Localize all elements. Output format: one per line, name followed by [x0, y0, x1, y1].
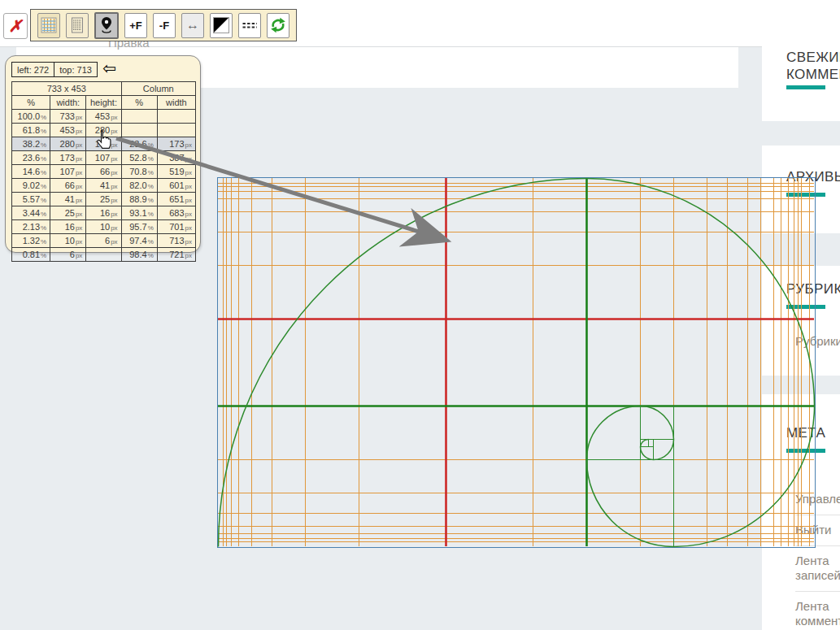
widget-categories: РУБРИКИ Рубрики	[762, 266, 840, 376]
col-header-width: width:	[50, 96, 86, 110]
locate-button[interactable]	[94, 12, 119, 39]
measure-cell[interactable]	[157, 124, 195, 137]
measure-cell[interactable]	[86, 248, 121, 262]
accent-bar	[786, 85, 825, 89]
measure-cell[interactable]: 66px	[86, 165, 121, 179]
measure-cell[interactable]: 66px	[50, 179, 86, 193]
contrast-triangle-icon	[213, 17, 229, 33]
measure-cell[interactable]: 9.02%	[12, 179, 50, 193]
measure-cell[interactable]: 683px	[157, 206, 195, 220]
col-header-pct: %	[12, 96, 50, 110]
measure-cell[interactable]: 1.32%	[12, 234, 50, 248]
widget-title: АРХИВЫ	[786, 168, 840, 185]
measure-cell[interactable]: 280px	[86, 124, 121, 137]
sidebar-link[interactable]: Управление	[795, 492, 840, 506]
sidebar-link[interactable]: Выйти	[795, 523, 831, 537]
measure-row[interactable]: 14.6%107px66px70.8%519px	[12, 165, 196, 179]
sidebar-link[interactable]: Рубрики	[795, 334, 840, 348]
measure-cell[interactable]: 93.1%	[121, 206, 157, 220]
measure-cell[interactable]: 38.2%	[12, 137, 50, 151]
measure-cell[interactable]: 713px	[157, 234, 195, 248]
back-arrow-icon[interactable]: ⇦	[102, 59, 116, 78]
measure-cell[interactable]: 280px	[50, 137, 86, 151]
measure-cell[interactable]: 3.44%	[12, 206, 50, 220]
table-icon	[69, 17, 85, 33]
measure-cell[interactable]: 6px	[86, 234, 121, 248]
font-increase-button[interactable]: +F	[124, 13, 147, 38]
grid-toggle-button[interactable]	[37, 13, 60, 38]
measure-cell[interactable]: 100.0%	[12, 110, 50, 124]
measure-row[interactable]: 38.2%280px173px23.6%173px	[12, 137, 196, 151]
measure-cell[interactable]: 61.8%	[12, 124, 50, 137]
measure-cell[interactable]: 23.6%	[121, 137, 157, 151]
measure-cell[interactable]: 41px	[86, 179, 121, 193]
sidebar-link[interactable]: Лента комментариев	[795, 599, 840, 628]
measure-cell[interactable]: 107px	[86, 151, 121, 165]
measure-cell[interactable]: 88.9%	[121, 193, 157, 206]
measure-row[interactable]: 0.81%6px98.4%721px	[12, 248, 196, 262]
measure-cell[interactable]: 453px	[86, 110, 121, 124]
measure-cell[interactable]: 16px	[86, 206, 121, 220]
measure-row[interactable]: 2.13%16px10px95.7%701px	[12, 220, 196, 234]
measure-cell[interactable]: 601px	[157, 179, 195, 193]
measure-cell[interactable]: 107px	[50, 165, 86, 179]
measure-row[interactable]: 5.57%41px25px88.9%651px	[12, 193, 196, 206]
measure-row[interactable]: 9.02%66px41px82.0%601px	[12, 179, 196, 193]
font-decrease-button[interactable]: -F	[153, 13, 176, 38]
measure-cell[interactable]: 25px	[86, 193, 121, 206]
widget-link-item: Управление	[795, 484, 840, 515]
measure-cell[interactable]: 16px	[50, 220, 86, 234]
refresh-button[interactable]	[267, 13, 289, 38]
measure-cell[interactable]: 97.4%	[121, 234, 157, 248]
measure-cell[interactable]	[121, 124, 157, 137]
location-pin-icon	[98, 16, 115, 34]
grid-icon	[41, 17, 57, 33]
measure-cell[interactable]: 721px	[157, 248, 195, 262]
measure-cell[interactable]: 10px	[86, 220, 121, 234]
screen: Правка СВЕЖИЕ КОММЕНТАРИИ АРХИВЫ РУБРИКИ…	[0, 0, 840, 630]
widget-link-list: УправлениеВыйтиЛента записейЛента коммен…	[795, 484, 840, 630]
measure-row[interactable]: 61.8%453px280px	[12, 124, 196, 137]
measure-row[interactable]: 23.6%173px107px52.8%387px	[12, 151, 196, 165]
measure-cell[interactable]: 453px	[50, 124, 86, 137]
measure-cell[interactable]: 0.81%	[12, 248, 50, 262]
width-resize-button[interactable]: ↔	[181, 13, 204, 38]
measure-cell[interactable]: 519px	[157, 165, 195, 179]
measure-cell[interactable]: 41px	[50, 193, 86, 206]
measure-cell[interactable]: 52.8%	[121, 151, 157, 165]
measure-cell[interactable]: 2.13%	[12, 220, 50, 234]
accent-bar	[786, 449, 825, 453]
measure-cell[interactable]: 173px	[157, 137, 195, 151]
sidebar-link[interactable]: Лента записей	[795, 554, 840, 582]
dashed-lines-button[interactable]	[238, 13, 261, 38]
measure-cell[interactable]: 5.57%	[12, 193, 50, 206]
measure-cell[interactable]: 173px	[86, 137, 121, 151]
toolbar: +F -F ↔	[30, 9, 297, 41]
contrast-button[interactable]	[210, 13, 233, 38]
measure-cell[interactable]: 23.6%	[12, 151, 50, 165]
measure-cell[interactable]: 387px	[157, 151, 195, 165]
measure-cell[interactable]: 173px	[50, 151, 86, 165]
measure-cell[interactable]: 701px	[157, 220, 195, 234]
measure-cell[interactable]: 733px	[50, 110, 86, 124]
refresh-icon	[270, 17, 286, 33]
measure-row[interactable]: 3.44%25px16px93.1%683px	[12, 206, 196, 220]
measure-cell[interactable]: 14.6%	[12, 165, 50, 179]
measurement-table: 733 x 453 Column % width: height: % widt…	[11, 81, 196, 262]
measure-table-button[interactable]	[66, 13, 89, 38]
measure-cell[interactable]: 70.8%	[121, 165, 157, 179]
close-button[interactable]: ✗	[3, 13, 28, 39]
measure-cell[interactable]: 95.7%	[121, 220, 157, 234]
widget-link-item: Лента комментариев	[795, 592, 840, 630]
measure-cell[interactable]: 10px	[50, 234, 86, 248]
measure-cell[interactable]	[121, 110, 157, 124]
measure-cell[interactable]: 82.0%	[121, 179, 157, 193]
measure-cell[interactable]: 25px	[50, 206, 86, 220]
measure-cell[interactable]	[157, 110, 195, 124]
measure-row[interactable]: 1.32%10px6px97.4%713px	[12, 234, 196, 248]
measure-cell[interactable]: 6px	[50, 248, 86, 262]
sidebar: СВЕЖИЕ КОММЕНТАРИИ АРХИВЫ РУБРИКИ Рубрик…	[762, 46, 840, 630]
measure-cell[interactable]: 98.4%	[121, 248, 157, 262]
measure-cell[interactable]: 651px	[157, 193, 195, 206]
measure-row[interactable]: 100.0%733px453px	[12, 110, 196, 124]
